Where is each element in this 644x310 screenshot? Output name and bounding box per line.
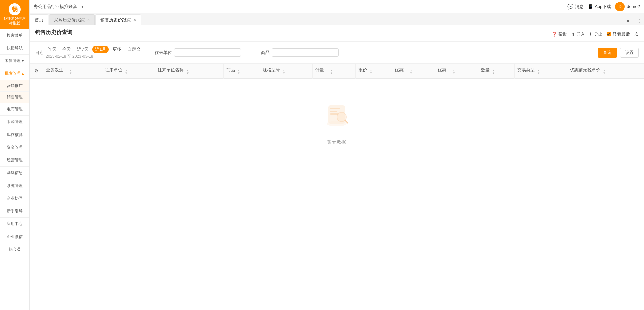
app-download-icon: 📱 (588, 4, 593, 9)
sort-pretax-price-icon: ▲▼ (603, 69, 606, 75)
tabs-bar: 首页 采购历史价跟踪 × 销售历史价跟踪 × ✕ ⛶ (30, 13, 644, 25)
date-opt-more[interactable]: 更多 (111, 46, 123, 53)
page-top-actions: ❓ 帮助 ⬆ 导入 ⬇ 导出 只看最后一次 (552, 31, 639, 37)
sidebar-sub-wholesale: 营销推广 销售管理 (0, 80, 29, 103)
message-action[interactable]: 💬 消息 (567, 4, 584, 10)
sidebar: 畅 畅捷通好生意 标推版 搜索菜单 快捷导航 零售管理 ▼ 批发管理 ▲ 营销推… (0, 0, 30, 310)
empty-icon (322, 99, 352, 135)
empty-illustration (322, 99, 352, 129)
sidebar-logo: 畅 畅捷通好生意 标推版 (0, 0, 29, 29)
sidebar-item-inventory[interactable]: 库存核算 (0, 128, 29, 141)
col-partner-code[interactable]: 往来单位 ▲▼ (102, 64, 155, 79)
sidebar-item-basic-info[interactable]: 基础信息 (0, 167, 29, 179)
sort-biz-date-icon: ▲▼ (69, 69, 72, 75)
date-options: 昨天 今天 近7天 近1月 更多 自定义 (46, 46, 143, 53)
col-spec[interactable]: 规格型号 ▲▼ (260, 64, 313, 79)
tab-home[interactable]: 首页 (30, 14, 48, 25)
date-options-col: 昨天 今天 近7天 近1月 更多 自定义 2023-02-18 至 2023-0… (46, 46, 143, 59)
sort-discount2-icon: ▲▼ (453, 69, 455, 75)
filter-row: 日期 昨天 今天 近7天 近1月 更多 自定义 2023-02-18 至 202… (35, 46, 639, 59)
retail-arrow-icon: ▼ (21, 59, 25, 63)
logo-symbol: 畅 (12, 5, 18, 13)
table-container: ⚙ 业务发生... ▲▼ 往来单位 ▲▼ 往来单位名称 ▲▼ (30, 64, 644, 310)
only-last-checkbox[interactable] (607, 32, 611, 36)
svg-rect-3 (330, 111, 337, 112)
logo-icon: 畅 (9, 3, 21, 15)
main-area: 办公用品行业模拟账套 ▾ 💬 消息 📱 App下载 D demo2 首页 采购历… (30, 0, 644, 310)
col-biz-date[interactable]: 业务发生... ▲▼ (43, 64, 102, 79)
tab-sales-history[interactable]: 销售历史价跟踪 × (95, 14, 141, 25)
only-last-label[interactable]: 只看最后一次 (612, 31, 639, 37)
col-pretax-price[interactable]: 优惠前无税单价 ▲▼ (567, 64, 644, 79)
sort-partner-name-icon: ▲▼ (186, 69, 189, 75)
goods-input[interactable] (272, 48, 339, 57)
topbar-title: 办公用品行业模拟账套 (34, 4, 77, 10)
app-download-action[interactable]: 📱 App下载 (588, 4, 611, 10)
goods-label: 商品 (261, 50, 270, 56)
sidebar-item-wholesale-mgmt[interactable]: 批发管理 ▲ (0, 67, 29, 80)
goods-ellipsis-icon[interactable]: ... (341, 50, 346, 56)
col-partner-name[interactable]: 往来单位名称 ▲▼ (155, 64, 223, 79)
col-discount1[interactable]: 优惠... ▲▼ (392, 64, 435, 79)
sidebar-item-new-guide[interactable]: 新手引导 (0, 205, 29, 218)
date-opt-yesterday[interactable]: 昨天 (46, 46, 58, 53)
export-action[interactable]: ⬇ 导出 (589, 31, 603, 37)
empty-state: 暂元数据 (30, 79, 644, 165)
filter-area: 日期 昨天 今天 近7天 近1月 更多 自定义 2023-02-18 至 202… (30, 42, 644, 64)
col-settings[interactable]: ⚙ (30, 64, 43, 79)
query-button[interactable]: 查询 (598, 48, 617, 58)
user-profile[interactable]: D demo2 (615, 2, 640, 11)
tab-sales-history-close-icon[interactable]: × (133, 18, 136, 22)
date-label: 日期 (35, 50, 44, 56)
sort-trade-type-icon: ▲▼ (537, 69, 540, 75)
logo-text: 畅捷通好生意 标推版 (4, 16, 26, 26)
date-opt-custom[interactable]: 自定义 (125, 46, 143, 53)
col-unit[interactable]: 计量... ▲▼ (312, 64, 356, 79)
help-action[interactable]: ❓ 帮助 (552, 31, 567, 37)
partner-input[interactable] (174, 48, 241, 57)
col-quoted-price[interactable]: 报价 ▲▼ (356, 64, 392, 79)
import-action[interactable]: ⬆ 导入 (571, 31, 585, 37)
sidebar-item-system-mgmt[interactable]: 系统管理 (0, 179, 29, 192)
sort-goods-icon: ▲▼ (237, 69, 240, 75)
tab-purchase-history[interactable]: 采购历史价跟踪 × (49, 14, 95, 25)
sidebar-item-quick-nav[interactable]: 快捷导航 (0, 42, 29, 55)
sidebar-item-app-center[interactable]: 应用中心 (0, 218, 29, 230)
sort-quoted-price-icon: ▲▼ (370, 69, 372, 75)
data-table: ⚙ 业务发生... ▲▼ 往来单位 ▲▼ 往来单位名称 ▲▼ (30, 64, 644, 79)
col-discount2[interactable]: 优惠... ▲▼ (435, 64, 478, 79)
col-goods[interactable]: 商品 ▲▼ (223, 64, 260, 79)
date-range-display: 2023-02-18 至 2023-03-18 (46, 54, 143, 59)
sort-unit-icon: ▲▼ (330, 69, 333, 75)
empty-text: 暂元数据 (327, 139, 346, 145)
help-icon: ❓ (552, 32, 557, 37)
date-filter: 日期 昨天 今天 近7天 近1月 更多 自定义 2023-02-18 至 202… (35, 46, 143, 59)
partner-ellipsis-icon[interactable]: ... (243, 50, 249, 56)
settings-button[interactable]: 设置 (620, 48, 639, 58)
close-all-tabs-button[interactable]: ✕ (625, 17, 631, 25)
tabs-right-actions: ✕ ⛶ (625, 17, 644, 25)
date-opt-today[interactable]: 今天 (60, 46, 73, 53)
sidebar-item-membership[interactable]: 畅会员 (0, 243, 29, 256)
page-title: 销售历史价查询 (35, 29, 72, 36)
topbar-dropdown-arrow-icon[interactable]: ▾ (81, 4, 320, 9)
sidebar-item-purchase-mgmt[interactable]: 采购管理 (0, 116, 29, 128)
maximize-button[interactable]: ⛶ (634, 17, 641, 25)
sidebar-item-finance-mgmt[interactable]: 资金管理 (0, 141, 29, 154)
import-icon: ⬆ (571, 32, 575, 37)
date-opt-1month[interactable]: 近1月 (92, 46, 109, 53)
sidebar-item-marketing[interactable]: 营销推广 (0, 80, 29, 92)
sidebar-item-enterprise-collab[interactable]: 企业协同 (0, 192, 29, 205)
sidebar-item-retail-mgmt[interactable]: 零售管理 ▼ (0, 55, 29, 67)
sidebar-item-sales-mgmt[interactable]: 销售管理 (0, 92, 29, 103)
col-trade-type[interactable]: 交易类型 ▲▼ (515, 64, 567, 79)
sidebar-item-ops-mgmt[interactable]: 经营管理 (0, 154, 29, 167)
avatar: D (615, 2, 625, 11)
col-quantity[interactable]: 数量 ▲▼ (478, 64, 514, 79)
sidebar-item-enterprise-wechat[interactable]: 企业微信 (0, 230, 29, 243)
only-last-checkbox-wrap[interactable]: 只看最后一次 (607, 31, 639, 37)
sidebar-item-search-menu[interactable]: 搜索菜单 (0, 29, 29, 42)
sidebar-item-ecom-mgmt[interactable]: 电商管理 (0, 103, 29, 116)
tab-purchase-history-close-icon[interactable]: × (87, 18, 90, 22)
date-opt-7days[interactable]: 近7天 (75, 46, 90, 53)
